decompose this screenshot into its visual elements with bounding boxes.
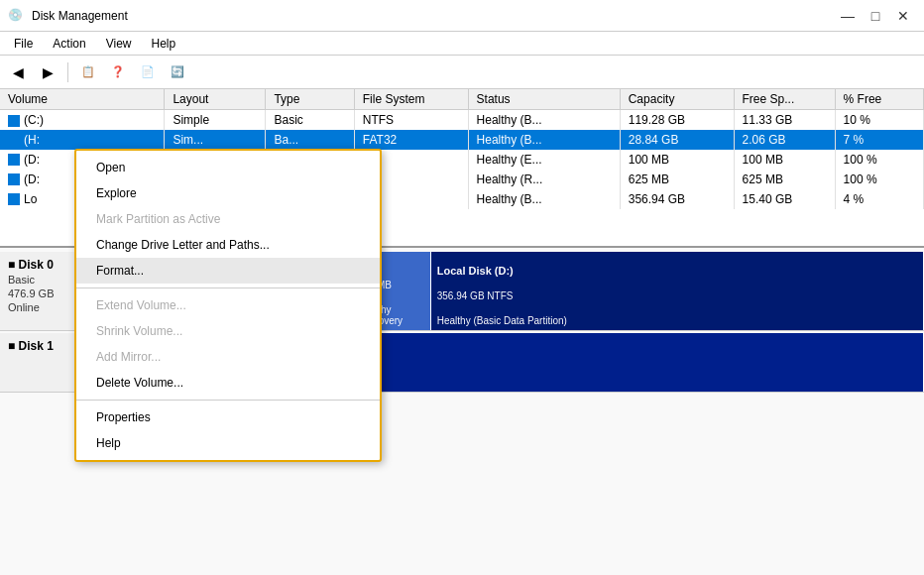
- vol-icon: [8, 193, 20, 205]
- cell-layout: Simple: [165, 110, 266, 130]
- ctx-item-7: Add Mirror...: [76, 344, 380, 370]
- cell-pct: 4 %: [835, 189, 923, 209]
- ctx-separator-1: [76, 288, 380, 288]
- partition-label: Local Disk (D:): [437, 265, 917, 277]
- ctx-item-8[interactable]: Delete Volume...: [76, 370, 380, 396]
- ctx-item-4[interactable]: Format...: [76, 258, 380, 284]
- cell-type: Ba...: [266, 130, 354, 150]
- cell-pct: 100 %: [835, 170, 923, 189]
- cell-fs: FAT32: [354, 130, 468, 150]
- ctx-item-0[interactable]: Open: [76, 155, 380, 180]
- toolbar: ◀ ▶ 📋 ❓ 📄 🔄: [0, 56, 924, 89]
- toolbar-sep1: [67, 62, 68, 82]
- ctx-item-2: Mark Partition as Active: [76, 206, 380, 232]
- app-icon: 💿: [8, 8, 24, 24]
- cell-capacity: 100 MB: [620, 150, 734, 170]
- ctx-item-10[interactable]: Help: [76, 430, 380, 456]
- partition-size: 356.94 GB NTFS: [437, 290, 917, 301]
- toolbar-forward[interactable]: ▶: [34, 59, 61, 85]
- context-menu: OpenExploreMark Partition as ActiveChang…: [74, 149, 382, 462]
- cell-capacity: 625 MB: [620, 170, 734, 189]
- toolbar-doc[interactable]: 📄: [134, 59, 162, 85]
- cell-free: 625 MB: [734, 170, 835, 189]
- cell-volume: (H:: [0, 130, 165, 150]
- cell-status: Healthy (E...: [468, 150, 620, 170]
- cell-volume: (C:): [0, 110, 165, 130]
- window-title: Disk Management: [32, 9, 128, 23]
- menu-bar: File Action View Help: [0, 32, 924, 56]
- disk-0-partition-3[interactable]: Local Disk (D:) 356.94 GB NTFS Healthy (…: [431, 252, 924, 330]
- cell-status: Healthy (B...: [468, 130, 620, 150]
- menu-file[interactable]: File: [4, 32, 43, 55]
- menu-action[interactable]: Action: [43, 32, 95, 55]
- toolbar-properties[interactable]: 📋: [74, 59, 102, 85]
- col-status[interactable]: Status: [468, 89, 620, 110]
- col-volume[interactable]: Volume: [0, 89, 165, 110]
- ctx-item-3[interactable]: Change Drive Letter and Paths...: [76, 232, 380, 258]
- cell-free: 2.06 GB: [734, 130, 835, 150]
- ctx-item-9[interactable]: Properties: [76, 404, 380, 430]
- col-capacity[interactable]: Capacity: [620, 89, 734, 110]
- vol-icon: [8, 134, 20, 146]
- cell-status: Healthy (R...: [468, 170, 620, 189]
- cell-free: 15.40 GB: [734, 189, 835, 209]
- cell-type: Basic: [266, 110, 354, 130]
- ctx-item-5: Extend Volume...: [76, 292, 380, 318]
- title-bar-controls: — □ ✕: [835, 3, 916, 29]
- toolbar-refresh[interactable]: 🔄: [164, 59, 191, 85]
- title-bar-left: 💿 Disk Management: [8, 8, 128, 24]
- cell-pct: 10 %: [835, 110, 923, 130]
- cell-capacity: 356.94 GB: [620, 189, 734, 209]
- ctx-separator-2: [76, 400, 380, 401]
- maximize-button[interactable]: □: [863, 3, 888, 29]
- cell-fs: NTFS: [354, 110, 468, 130]
- col-type[interactable]: Type: [266, 89, 354, 110]
- table-row[interactable]: (C:) Simple Basic NTFS Healthy (B... 119…: [0, 110, 924, 130]
- minimize-button[interactable]: —: [835, 3, 861, 29]
- cell-status: Healthy (B...: [468, 110, 620, 130]
- col-layout[interactable]: Layout: [165, 89, 266, 110]
- cell-layout: Sim...: [165, 130, 266, 150]
- menu-view[interactable]: View: [96, 32, 142, 55]
- col-pct[interactable]: % Free: [835, 89, 923, 110]
- vol-icon: [8, 173, 20, 185]
- cell-status: Healthy (B...: [468, 189, 620, 209]
- cell-free: 11.33 GB: [734, 110, 835, 130]
- cell-pct: 7 %: [835, 130, 923, 150]
- col-fs[interactable]: File System: [354, 89, 468, 110]
- vol-icon: [8, 154, 20, 166]
- toolbar-back[interactable]: ◀: [4, 59, 32, 85]
- cell-capacity: 28.84 GB: [620, 130, 734, 150]
- table-row[interactable]: (H: Sim... Ba... FAT32 Healthy (B... 28.…: [0, 130, 924, 150]
- close-button[interactable]: ✕: [890, 3, 916, 29]
- toolbar-help[interactable]: ❓: [104, 59, 132, 85]
- partition-status: Healthy (Basic Data Partition): [437, 315, 917, 326]
- ctx-item-1[interactable]: Explore: [76, 180, 380, 206]
- cell-capacity: 119.28 GB: [620, 110, 734, 130]
- title-bar: 💿 Disk Management — □ ✕: [0, 0, 924, 32]
- cell-free: 100 MB: [734, 150, 835, 170]
- vol-icon: [8, 115, 20, 127]
- cell-pct: 100 %: [835, 150, 923, 170]
- ctx-item-6: Shrink Volume...: [76, 318, 380, 344]
- col-free[interactable]: Free Sp...: [734, 89, 835, 110]
- menu-help[interactable]: Help: [142, 32, 186, 55]
